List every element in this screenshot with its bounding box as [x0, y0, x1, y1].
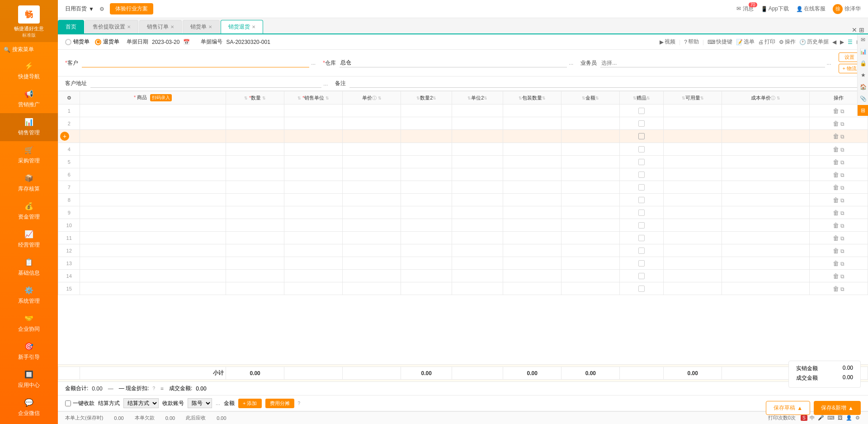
available-cell-7[interactable] — [664, 181, 722, 194]
qty2-cell-2[interactable] — [401, 117, 452, 130]
sidebar-item-operations[interactable]: 📈 经营管理 — [0, 225, 58, 253]
price-cell-10[interactable] — [343, 219, 401, 232]
amount-cell-5[interactable] — [561, 156, 620, 168]
cost-cell-10[interactable] — [722, 219, 810, 232]
gift-cell-13[interactable] — [620, 257, 664, 270]
gift-cell-5[interactable] — [620, 156, 664, 168]
customer-input[interactable] — [82, 59, 309, 67]
gift-cell-11[interactable] — [620, 232, 664, 244]
delete-row-3-icon[interactable]: 🗑 — [833, 133, 839, 140]
product-cell-8[interactable] — [80, 194, 226, 206]
unit-cell-11[interactable] — [284, 232, 343, 244]
available-cell-14[interactable] — [664, 270, 722, 282]
gift-cell-14[interactable] — [620, 270, 664, 282]
draft-dropdown-icon[interactable]: ▲ — [797, 405, 802, 411]
copy-row-2-icon[interactable]: ⧉ — [840, 121, 844, 127]
gift-cell-12[interactable] — [620, 244, 664, 257]
view-list-icon[interactable]: ☰ — [848, 39, 853, 45]
cost-cell-11[interactable] — [722, 232, 810, 244]
warehouse-dots[interactable]: ... — [569, 60, 573, 66]
qty-cell-7[interactable] — [226, 181, 284, 194]
pack-cell-1[interactable] — [503, 105, 561, 117]
sidebar-item-apps[interactable]: 🔲 应用中心 — [0, 366, 58, 394]
payment-method-select[interactable]: 结算方式 — [123, 398, 159, 408]
pack-cell-11[interactable] — [503, 232, 561, 244]
delete-row-12-icon[interactable]: 🗑 — [833, 247, 839, 254]
cost-cell-2[interactable] — [722, 117, 810, 130]
cost-cell-4[interactable] — [722, 143, 810, 156]
unit2-cell-10[interactable] — [452, 219, 503, 232]
more-tools-icon[interactable]: ⚙ — [855, 415, 860, 420]
tab-sales-return[interactable]: 销货退货 ✕ — [221, 20, 263, 33]
price-cell-4[interactable] — [343, 143, 401, 156]
price-cell-7[interactable] — [343, 181, 401, 194]
product-cell-3[interactable] — [80, 130, 226, 143]
delete-row-1-icon[interactable]: 🗑 — [833, 107, 839, 114]
qty-cell-10[interactable] — [226, 219, 284, 232]
sidebar-item-basic[interactable]: 📋 基础信息 — [0, 253, 58, 281]
user-icon2[interactable]: 👤 — [846, 415, 852, 420]
unit2-cell-3[interactable] — [452, 130, 503, 143]
price-cell-14[interactable] — [343, 270, 401, 282]
qty-cell-9[interactable] — [226, 206, 284, 219]
unit-cell-5[interactable] — [284, 156, 343, 168]
qty2-cell-13[interactable] — [401, 257, 452, 270]
gift-cell-10[interactable] — [620, 219, 664, 232]
unit2-cell-4[interactable] — [452, 143, 503, 156]
amount-cell-7[interactable] — [561, 181, 620, 194]
cost-cell-3[interactable] — [722, 130, 810, 143]
cost-cell-1[interactable] — [722, 105, 810, 117]
available-cell-6[interactable] — [664, 168, 722, 181]
available-cell-3[interactable] — [664, 130, 722, 143]
pack-cell-13[interactable] — [503, 257, 561, 270]
pack-cell-9[interactable] — [503, 206, 561, 219]
product-cell-6[interactable] — [80, 168, 226, 181]
available-cell-15[interactable] — [664, 282, 722, 295]
add-payment-btn[interactable]: + 添加 — [238, 399, 261, 408]
qty2-cell-11[interactable] — [401, 232, 452, 244]
price-cell-5[interactable] — [343, 156, 401, 168]
product-cell-2[interactable] — [80, 117, 226, 130]
right-tool-active[interactable]: ⊞ — [858, 105, 868, 116]
qty-cell-4[interactable] — [226, 143, 284, 156]
delete-row-14-icon[interactable]: 🗑 — [833, 272, 839, 280]
unit2-cell-12[interactable] — [452, 244, 503, 257]
pack-cell-12[interactable] — [503, 244, 561, 257]
qty-cell-13[interactable] — [226, 257, 284, 270]
delete-row-9-icon[interactable]: 🗑 — [833, 209, 839, 216]
unit-cell-12[interactable] — [284, 244, 343, 257]
gift-cell-6[interactable] — [620, 168, 664, 181]
qty-cell-6[interactable] — [226, 168, 284, 181]
unit-cell-8[interactable] — [284, 194, 343, 206]
unit2-cell-1[interactable] — [452, 105, 503, 117]
qty2-cell-1[interactable] — [401, 105, 452, 117]
product-cell-7[interactable] — [80, 181, 226, 194]
actions-btn[interactable]: ⚙ 操作 — [779, 38, 796, 46]
product-cell-15[interactable] — [80, 282, 226, 295]
available-cell-2[interactable] — [664, 117, 722, 130]
delete-row-4-icon[interactable]: 🗑 — [833, 146, 839, 153]
unit2-cell-13[interactable] — [452, 257, 503, 270]
pack-cell-15[interactable] — [503, 282, 561, 295]
qty2-cell-9[interactable] — [401, 206, 452, 219]
fee-split-btn[interactable]: 费用分摊 — [265, 399, 294, 408]
cost-cell-7[interactable] — [722, 181, 810, 194]
delete-row-7-icon[interactable]: 🗑 — [833, 184, 839, 191]
copy-row-15-icon[interactable]: ⧉ — [840, 286, 844, 292]
right-tool-6[interactable]: 📎 — [858, 93, 868, 104]
history-btn[interactable]: 🕐 历史单据 — [799, 38, 829, 46]
address-input[interactable] — [90, 79, 321, 88]
qty2-cell-10[interactable] — [401, 219, 452, 232]
pack-cell-3[interactable] — [503, 130, 561, 143]
available-cell-13[interactable] — [664, 257, 722, 270]
table-row-plus-3[interactable]: + — [58, 130, 80, 143]
qty-cell-12[interactable] — [226, 244, 284, 257]
cost-cell-5[interactable] — [722, 156, 810, 168]
price-cell-11[interactable] — [343, 232, 401, 244]
fee-help-icon[interactable]: ? — [298, 401, 301, 406]
qty-cell-2[interactable] — [226, 117, 284, 130]
sidebar-item-finance[interactable]: 💰 资金管理 — [0, 197, 58, 225]
qty2-cell-6[interactable] — [401, 168, 452, 181]
tab-sales-order-close-icon[interactable]: ✕ — [170, 24, 174, 29]
select-btn[interactable]: 📝 选单 — [736, 38, 755, 46]
